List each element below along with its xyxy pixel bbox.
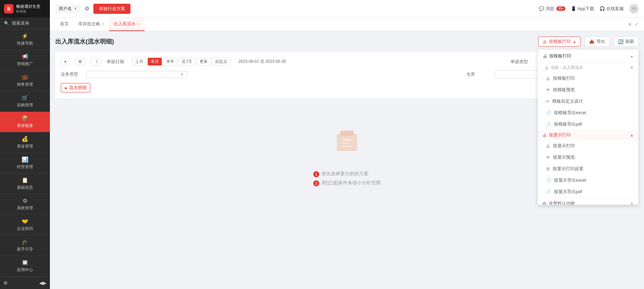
- tab-home[interactable]: 首页: [55, 18, 74, 31]
- biz-label: 业务类型: [61, 71, 81, 77]
- filter-tag-flow[interactable]: ● 流水明细: [61, 83, 90, 93]
- template-excel-label: 按模板导出excel: [554, 110, 586, 116]
- user-select[interactable]: 用户名 ▼: [55, 4, 81, 13]
- empty-tip-1: 1 请先选择要分析的方案: [313, 171, 381, 177]
- sidebar-item-label: 应用中心: [17, 267, 33, 273]
- sidebar-item-inventory[interactable]: 📦 库存核算: [0, 112, 50, 132]
- filter-settings-btn[interactable]: ⚙: [75, 58, 85, 65]
- message-item[interactable]: 💬 消息 99+: [539, 6, 565, 12]
- inventory-icon: 📦: [22, 115, 28, 122]
- logo-text: 畅捷通好生意 标准版: [16, 4, 40, 14]
- filter-collapse-btn[interactable]: 《: [91, 58, 101, 66]
- template-pdf-label: 按模板导出pdf: [554, 121, 582, 127]
- dropdown-item-display-print[interactable]: 🖨 按显示打印: [538, 140, 638, 152]
- dropdown-item-display-excel[interactable]: 📄 按显示导出excel: [538, 175, 638, 186]
- footer-icon: ⚙: [543, 201, 547, 205]
- dropdown-chevron-up: ▲: [630, 54, 634, 58]
- sidebar-item-system[interactable]: ⚙ 系统管理: [0, 194, 50, 215]
- service-label: 在线客服: [606, 6, 624, 12]
- industry-btn[interactable]: 体验行业方案: [93, 4, 130, 14]
- date-btn-more[interactable]: 更多: [197, 58, 211, 65]
- date-btn-custom[interactable]: 自定义: [212, 58, 230, 65]
- sidebar-item-basics[interactable]: 📋 基础信息: [0, 174, 50, 194]
- sidebar-item-sales[interactable]: 💼 销售管理: [0, 71, 50, 91]
- sales-icon: 💼: [22, 74, 28, 80]
- filter-tag-label: 流水明细: [69, 85, 87, 91]
- tip-num-1: 1: [313, 171, 319, 177]
- sidebar-item-label: 库存核算: [17, 123, 33, 129]
- display-excel-icon: 📄: [546, 178, 551, 183]
- sidebar-item-quick-nav[interactable]: ⚡ 快捷导航: [0, 29, 50, 50]
- add-filter-btn[interactable]: +: [61, 58, 70, 66]
- dropdown-item-display-preview[interactable]: 👁 按显示预览: [538, 152, 638, 163]
- sidebar-settings-btn[interactable]: ⚙: [3, 280, 8, 286]
- dropdown-footer[interactable]: ⚙ 设置默认功能 ▼: [538, 198, 638, 205]
- sidebar-item-marketing[interactable]: 📢 营销推广: [0, 50, 50, 71]
- guide-icon: 🎓: [22, 239, 28, 245]
- print-template-btn[interactable]: 🖨 按模板打印 ▲: [538, 36, 581, 47]
- dropdown-item-template-excel[interactable]: 📄 按模板导出excel: [538, 107, 638, 119]
- dropdown-header-icon: 🖨: [543, 53, 547, 59]
- tip-num-2: 2: [313, 180, 319, 186]
- page-content: 出入库流水(流水明细) 🖨 按模板打印 ▲ 📤 导出 🔄 刷新: [50, 31, 644, 289]
- display-section-icon: 🖨: [543, 133, 547, 138]
- sidebar-item-guide[interactable]: 🎓 新手引导: [0, 235, 50, 256]
- template-print-icon: 🖨: [546, 76, 550, 81]
- dropdown-item-template-preview[interactable]: 👁 按模板预览: [538, 84, 638, 96]
- sidebar-item-enterprise[interactable]: 🤝 企业协同: [0, 215, 50, 235]
- sidebar-item-app-center[interactable]: 🔲 应用中心: [0, 256, 50, 277]
- date-btn-this-year[interactable]: 本年: [163, 58, 177, 65]
- dropdown-display-section[interactable]: 🖨 按显示打印 ▲: [538, 130, 638, 140]
- print-up-icon: ▲: [573, 40, 576, 44]
- tab-batch-account[interactable]: 库存批次账 ×: [74, 18, 109, 31]
- tab-flow-close[interactable]: ×: [138, 22, 140, 26]
- display-settings-icon: ⚙: [546, 166, 550, 172]
- dropdown-item-template-print[interactable]: 🖨 按模板打印: [538, 73, 638, 84]
- display-pdf-label: 按显示导出pdf: [554, 189, 582, 195]
- display-preview-label: 按显示预览: [553, 154, 575, 160]
- dropdown-item-display-settings[interactable]: ⚙ 按显示打印设置: [538, 163, 638, 175]
- date-range: 2023-06-01 至 2023-06-30: [238, 59, 286, 64]
- export-btn[interactable]: 📤 导出: [585, 36, 610, 47]
- svg-rect-3: [342, 142, 349, 144]
- app-download-item[interactable]: 📱 App下载: [571, 6, 594, 12]
- date-btn-last-month[interactable]: 上月: [132, 58, 146, 65]
- user-avatar[interactable]: Rit: [629, 4, 639, 14]
- sidebar-item-purchase[interactable]: 🛒 采购管理: [0, 91, 50, 112]
- user-select-text: 用户名: [59, 6, 72, 12]
- biz-select[interactable]: ▼: [86, 71, 187, 78]
- sidebar-item-label: 企业协同: [17, 226, 33, 232]
- tip-text-2: 用[过滤]条件来缩小分析范围: [321, 180, 381, 186]
- refresh-label: 刷新: [625, 38, 634, 45]
- print-icon: 🖨: [543, 39, 547, 44]
- dropdown-scroll-area: 🖨 当前：出入库流水 ▼ 🖨 按模板打印 👁 按模板预览 ✏ 模板自定义设计: [538, 63, 638, 205]
- sidebar-nav: ⚡ 快捷导航 📢 营销推广 💼 销售管理 🛒 采购管理 📦 库存核算 💰 资金管…: [0, 29, 50, 277]
- dropdown-item-display-pdf[interactable]: 📄 按显示导出pdf: [538, 186, 638, 198]
- tab-batch-account-close[interactable]: ×: [102, 22, 104, 26]
- sidebar-item-finance[interactable]: 💰 资金管理: [0, 132, 50, 153]
- display-print-icon: 🖨: [546, 143, 550, 149]
- date-btn-this-month[interactable]: 本月: [148, 58, 162, 65]
- footer-chevron: ▼: [630, 202, 634, 205]
- sidebar-search[interactable]: 🔍 搜索菜单: [0, 18, 50, 29]
- tab-flow[interactable]: 出入库流水 ×: [109, 18, 144, 31]
- window-expand-btn[interactable]: ⤢: [635, 22, 639, 27]
- window-close-btn[interactable]: ✕: [628, 22, 632, 27]
- template-excel-icon: 📄: [546, 110, 551, 115]
- enterprise-icon: 🤝: [22, 218, 28, 225]
- topbar-gear-icon[interactable]: ⚙: [85, 5, 89, 12]
- dropdown-current: 🖨 当前：出入库流水 ▼: [538, 63, 638, 73]
- finance-icon: 💰: [22, 136, 28, 142]
- app-label: App下载: [578, 6, 594, 12]
- online-service-item[interactable]: 🎧 在线客服: [599, 6, 624, 12]
- refresh-btn[interactable]: 🔄 刷新: [614, 36, 639, 47]
- sidebar-item-operations[interactable]: 📊 经营管理: [0, 153, 50, 174]
- current-icon: 🖨: [545, 65, 549, 70]
- display-pdf-icon: 📄: [546, 189, 551, 194]
- date-btn-7days[interactable]: 近7天: [179, 58, 195, 65]
- sidebar-collapse-btn[interactable]: ◀▶: [39, 280, 47, 286]
- dropdown-item-template-design[interactable]: ✏ 模板自定义设计: [538, 96, 638, 107]
- dropdown-header: 🖨 按模板打印 ▲: [538, 50, 638, 63]
- dropdown-item-template-pdf[interactable]: 📄 按模板导出pdf: [538, 119, 638, 130]
- sidebar-item-label: 基础信息: [17, 185, 33, 190]
